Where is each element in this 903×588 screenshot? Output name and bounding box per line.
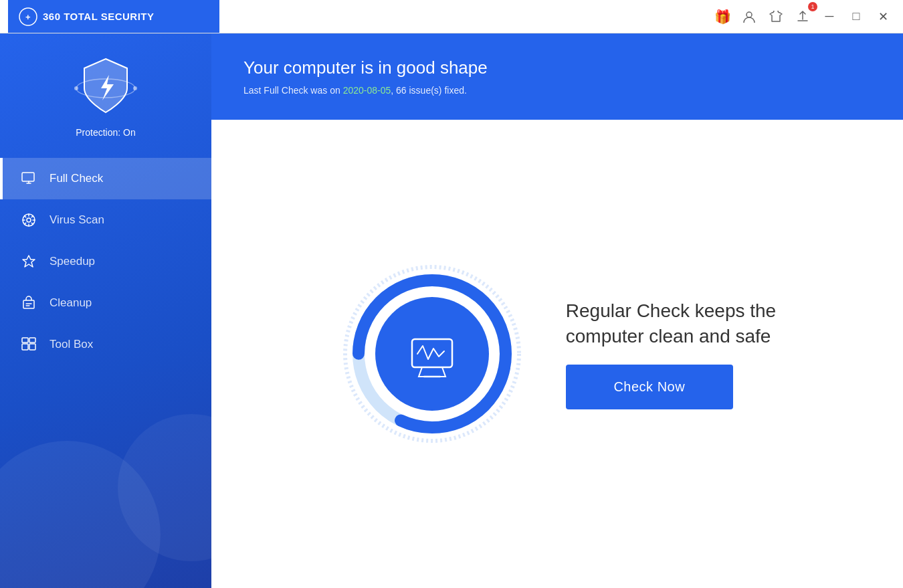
user-icon: [742, 9, 757, 24]
banner-sub-before: Last Full Check was on: [243, 85, 343, 96]
app-logo-icon: +: [19, 7, 37, 26]
svg-point-2: [746, 12, 752, 17]
sidebar-item-label-full-check: Full Check: [49, 172, 103, 185]
title-bar: + 360 TOTAL SECURITY 🎁 1: [0, 0, 903, 33]
banner-title: Your computer is in good shape: [243, 58, 871, 78]
banner-sub-after: , 66 issue(s) fixed.: [391, 85, 467, 96]
tool-box-icon: [20, 336, 37, 353]
protection-label: Protection: On: [76, 127, 136, 138]
sidebar-item-label-cleanup: Cleanup: [49, 296, 92, 310]
sidebar-item-speedup[interactable]: Speedup: [0, 241, 211, 282]
donut-chart: [338, 260, 526, 448]
sidebar: Protection: On Full Check: [0, 33, 211, 588]
svg-rect-10: [22, 344, 28, 350]
main-content: Regular Check keeps thecomputer clean an…: [211, 120, 903, 588]
svg-rect-12: [22, 338, 28, 342]
upload-button[interactable]: 1: [791, 5, 815, 29]
minimize-button[interactable]: ─: [817, 5, 841, 29]
svg-rect-11: [29, 344, 35, 350]
minimize-icon: ─: [825, 9, 834, 23]
sidebar-logo-area: Protection: On: [0, 33, 211, 151]
sidebar-nav: Full Check Virus Scan: [0, 158, 211, 588]
sidebar-item-label-virus-scan: Virus Scan: [49, 213, 104, 227]
donut-chart-svg: [338, 260, 526, 448]
full-check-icon: [20, 170, 37, 187]
sidebar-item-tool-box[interactable]: Tool Box: [0, 324, 211, 365]
cleanup-icon: [20, 294, 37, 312]
banner-subtitle: Last Full Check was on 2020-08-05, 66 is…: [243, 85, 871, 96]
shirt-icon: [769, 9, 783, 24]
sidebar-item-label-tool-box: Tool Box: [49, 338, 93, 351]
app-title-area: + 360 TOTAL SECURITY: [8, 0, 219, 33]
main-layout: Protection: On Full Check: [0, 33, 903, 588]
shield-icon: [72, 54, 139, 120]
top-banner: Your computer is in good shape Last Full…: [211, 33, 903, 120]
speedup-icon: [20, 253, 37, 270]
gift-button[interactable]: 🎁: [710, 5, 734, 29]
banner-date: 2020-08-05: [343, 85, 391, 96]
sidebar-item-virus-scan[interactable]: Virus Scan: [0, 199, 211, 241]
maximize-icon: □: [853, 9, 860, 23]
gift-icon: 🎁: [714, 9, 731, 25]
sidebar-item-label-speedup: Speedup: [49, 255, 95, 268]
shirt-button[interactable]: [764, 5, 788, 29]
right-panel: Regular Check keeps thecomputer clean an…: [566, 298, 776, 410]
content-area: Your computer is in good shape Last Full…: [211, 33, 903, 588]
svg-point-5: [133, 86, 137, 90]
panel-title: Regular Check keeps thecomputer clean an…: [566, 298, 776, 349]
svg-point-17: [375, 297, 489, 411]
svg-rect-13: [29, 338, 35, 342]
upload-badge: 1: [808, 2, 817, 11]
upload-icon: [795, 9, 810, 24]
check-now-button[interactable]: Check Now: [566, 365, 733, 409]
svg-point-4: [74, 86, 78, 90]
maximize-button[interactable]: □: [844, 5, 868, 29]
close-icon: ✕: [878, 9, 888, 24]
app-name-label: 360 TOTAL SECURITY: [43, 11, 155, 22]
sidebar-item-cleanup[interactable]: Cleanup: [0, 282, 211, 324]
close-button[interactable]: ✕: [871, 5, 895, 29]
svg-text:+: +: [25, 12, 31, 22]
svg-rect-9: [23, 300, 34, 308]
window-controls: 🎁 1 ─ □: [710, 5, 895, 29]
sidebar-item-full-check[interactable]: Full Check: [0, 158, 211, 199]
svg-point-8: [27, 218, 31, 222]
virus-scan-icon: [20, 211, 37, 229]
user-button[interactable]: [737, 5, 761, 29]
svg-rect-6: [22, 173, 34, 181]
